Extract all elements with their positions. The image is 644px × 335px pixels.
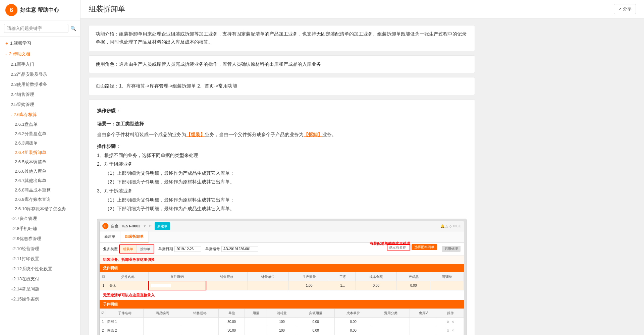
main-content: 组装拆卸单 ↗ 分享 功能介绍：组装拆卸单用来处理企业组装或拆卸等加工业务，支持… [80, 0, 644, 335]
page-title: 组装拆卸单 [89, 4, 125, 14]
mock-parent-table-header: ☑ 父件名称 父件编码 销售规格 计量单位 生产数量 工序 成本金额 产成品 [100, 272, 464, 281]
sidebar-item-coupon[interactable]: + 2.9优惠券管理 [0, 234, 80, 244]
sidebar-item-ops[interactable]: + 2.10经营管理 [0, 244, 80, 254]
sidebar-item-transfer[interactable]: 2.6.3调拨单 [0, 138, 80, 148]
mock-annotation-row: 组装业务、拆卸业务在这里切换 [100, 256, 464, 264]
mock-refresh-icon: ⟳ [149, 223, 152, 230]
sidebar-item-install[interactable]: 2.2产品安装及登录 [0, 69, 80, 79]
sidebar-item-split-stocktake[interactable]: 2.6.2分量盘点单 [0, 129, 80, 138]
delete-icon[interactable]: ✕ [451, 320, 454, 324]
sidebar-item-faq[interactable]: + 2.14常见问题 [0, 284, 80, 294]
sidebar-item-data-prep[interactable]: 2.3使用前数据准备 [0, 79, 80, 90]
minus-icon-inventory: - [11, 112, 12, 117]
sidebar-item-mobile[interactable]: + 2.8手机旺铺 [0, 224, 80, 234]
mock-tab-assembly[interactable]: 组装拆卸单 [120, 231, 149, 242]
child-row2-ops: ⧉ ✕ [437, 326, 464, 335]
sidebar-item-custom[interactable]: + 2.12系统个性化设置 [0, 264, 80, 274]
child-row2-num: 2 [100, 326, 106, 335]
copy-icon[interactable]: ⧉ [447, 320, 449, 324]
step3: 3、对于拆装业务 [97, 186, 467, 196]
search-area: 🔍 [0, 20, 80, 37]
child-row2-spec [181, 326, 219, 335]
delete-icon-2[interactable]: ✕ [451, 329, 454, 332]
sidebar-item-print[interactable]: + 2.11打印设置 [0, 254, 80, 264]
sidebar-item-docs[interactable]: - 2.帮助文档 [0, 49, 80, 59]
col-ops: 操作 [437, 309, 464, 318]
child-row2-consume: 100 [267, 326, 297, 335]
screenshot-container: 6 自查 TEST-H002 ▼ ⟳ 新建单 🔔 △ ◇ ✉ CC 新建单 组装… [97, 219, 467, 335]
mock-parent-code-input[interactable] [151, 284, 171, 287]
plus-icon-pay: + [11, 277, 13, 282]
mock-date-input[interactable] [174, 246, 201, 252]
sidebar-item-online-pay[interactable]: + 2.13在线支付 [0, 274, 80, 284]
mock-new-tab-btn[interactable]: 新建单 [155, 222, 170, 230]
mock-enable-btn[interactable]: 启用处理 [442, 246, 461, 252]
col-expense-cat: 费用分类 [372, 309, 410, 318]
mock-type-field: 业务类型 组装单 拆卸单 [103, 244, 154, 254]
sidebar-item-stock-check[interactable]: 2.6.9库存账本查询 [0, 195, 80, 204]
step1: 1、根据不同的业务，选择不同单据的类型来处理 [97, 151, 467, 160]
scene1-desc: 当由多个子件材料组装成一个成品的业务为【组装】业务，当由一个父件拆分成多个子产品… [97, 130, 467, 139]
mock-docno-label: 单据编号 [205, 245, 220, 253]
mock-header-bar: 6 自查 TEST-H002 ▼ ⟳ 新建单 🔔 △ ◇ ✉ CC [100, 221, 464, 231]
mock-child-table: ☑ 子件名称 商品编码 销售规格 单位 用量 消耗量 实领用量 成本单价 费 [100, 309, 464, 335]
annotation-no-fixed-bom: 无固定清单可以在这里直接录入 [103, 293, 155, 297]
plus-icon-cases: + [11, 297, 13, 302]
nav-section: + 1.视频学习 - 2.帮助文档 2.1新手入门 2.2产品安装及登录 2.3… [0, 37, 80, 305]
mock-docno-input[interactable] [221, 246, 258, 252]
mock-type-label: 业务类型 [103, 245, 118, 253]
sidebar-item-finance[interactable]: + 2.7资金管理 [0, 214, 80, 224]
minus-icon: - [5, 51, 7, 57]
role-block: 使用角色：通常由生产人员或库管人员完成拆装业务的操作，库管人员确认原材料的出库和… [89, 55, 475, 73]
child-row2-unit: 30.00 [219, 326, 245, 335]
mock-parent-section-title: 父件明细 [100, 264, 464, 272]
sidebar-item-purchase[interactable]: 2.5采购管理 [0, 100, 80, 110]
mock-bom-input[interactable] [387, 244, 410, 250]
mock-type-toggle[interactable]: 组装单 拆卸单 [119, 244, 154, 254]
mock-app-icons: 🔔 △ ◇ ✉ CC [440, 223, 461, 229]
child-row2-actual: 0.00 [297, 326, 334, 335]
mock-tab-new[interactable]: 新建单 [100, 231, 120, 242]
share-button[interactable]: ↗ 分享 [614, 4, 636, 14]
mock-type-option-assemble[interactable]: 组装单 [120, 245, 137, 253]
sidebar-item-other-out[interactable]: 2.6.7其他出库单 [0, 176, 80, 185]
mock-form-area: 业务类型 组装单 拆卸单 单据日期 单据编号 [100, 243, 464, 256]
copy-icon-2[interactable]: ⧉ [447, 329, 449, 332]
col-cost-price: 成本单价 [334, 309, 372, 318]
sidebar-item-sales[interactable]: 2.4销售管理 [0, 90, 80, 100]
sidebar-item-assembly[interactable]: 2.6.4组装拆卸单 [0, 148, 80, 157]
logo-text: 好生意 帮助中心 [20, 7, 59, 14]
search-icon[interactable]: 🔍 [70, 26, 76, 31]
search-input[interactable] [4, 24, 68, 33]
plus-icon-coupon: + [11, 236, 13, 241]
sidebar-item-inventory[interactable]: - 2.6库存核算 [0, 110, 80, 120]
mock-child-row-1: 1 图纸 1 30.00 100 0.00 0.00 [100, 318, 464, 326]
mock-logo: 6 [102, 223, 108, 229]
mock-type-option-disassemble[interactable]: 拆卸单 [137, 245, 154, 253]
mock-select-bom-btn[interactable]: 选择配料清单 [412, 244, 437, 250]
mock-row1-check: 1 [100, 281, 107, 290]
col-child-spec: 销售规格 [181, 309, 219, 318]
sidebar-item-newbie[interactable]: 2.1新手入门 [0, 59, 80, 69]
plus-icon-finance: + [11, 216, 13, 221]
sidebar-item-stock-error[interactable]: 2.6.10库存账本错了怎么办 [0, 204, 80, 214]
mock-tab-spacer [149, 231, 464, 242]
mock-date-label: 单据日期 [158, 245, 173, 253]
sidebar-item-cases[interactable]: + 2.15操作案例 [0, 294, 80, 304]
mock-row1-parent-name: 关木 [107, 281, 149, 290]
mock-row1-unit [247, 281, 288, 290]
sidebar-item-cost-reset[interactable]: 2.6.8商品成本重算 [0, 185, 80, 195]
col-parent-code: 父件编码 [149, 272, 206, 281]
child-row2-expcat [372, 326, 410, 335]
sidebar-item-video[interactable]: + 1.视频学习 [0, 38, 80, 49]
child-row1-expcat [372, 318, 410, 326]
sidebar-item-stocktake[interactable]: 2.6.1盘点单 [0, 120, 80, 129]
mock-row1-parent-code [149, 281, 206, 290]
col-prod-qty: 生产数量 [288, 272, 330, 281]
intro-block: 功能介绍：组装拆卸单用来处理企业组装或拆卸等加工业务，支持有固定装配清单的产品加… [89, 25, 475, 51]
mock-row1-finished: 0.00 [397, 281, 430, 290]
col-cost-amt: 成本金额 [356, 272, 397, 281]
col-process: 工序 [330, 272, 356, 281]
sidebar-item-cost-adj[interactable]: 2.6.5成本调整单 [0, 157, 80, 167]
sidebar-item-other-in[interactable]: 2.6.6其他入库单 [0, 167, 80, 176]
